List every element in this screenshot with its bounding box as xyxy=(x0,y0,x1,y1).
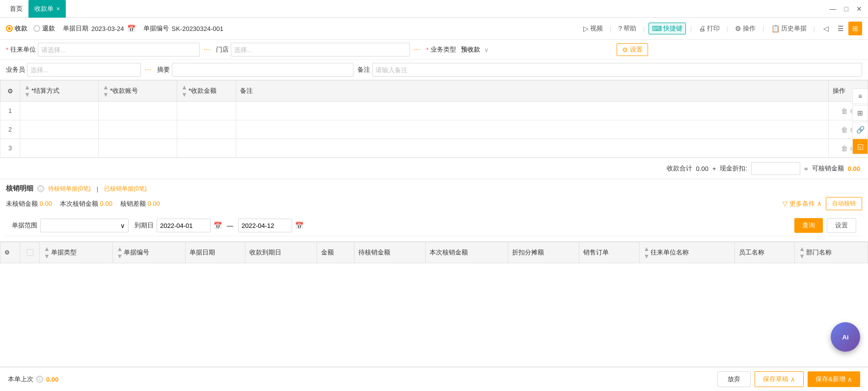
row-1-delete-icon[interactable]: 🗑 xyxy=(841,107,848,115)
settings-btn[interactable]: ⚙ 设置 xyxy=(617,43,648,56)
diff-stat: 核销差额 0.00 xyxy=(120,199,160,208)
row-1-account[interactable] xyxy=(99,102,177,120)
remarks-field: 备注 xyxy=(357,63,862,77)
right-panel-btn-2[interactable]: ⊞ xyxy=(852,105,868,121)
row-3-remark[interactable] xyxy=(236,139,829,158)
shortcut-btn[interactable]: ⌨ 快捷键 xyxy=(649,23,686,34)
row-2-amount[interactable] xyxy=(177,120,236,139)
col-account: ▲▼ *收款账号 xyxy=(99,81,177,102)
row-1-amount[interactable] xyxy=(177,102,236,120)
right-panel-btn-1[interactable]: ≡ xyxy=(852,88,868,104)
radio-receive-dot xyxy=(6,25,13,32)
col-settlement: ▲▼ *结算方式 xyxy=(20,81,99,102)
row-2-delete-icon[interactable]: 🗑 xyxy=(841,126,848,134)
range-select[interactable]: ∨ xyxy=(40,219,129,232)
col-department: ▲▼ 部门名称 xyxy=(795,242,868,263)
col-counterpart-name: ▲▼ 往来单位名称 xyxy=(639,242,735,263)
row-num-3: 3 xyxy=(0,139,20,158)
business-type-arrow[interactable]: ∨ xyxy=(482,46,491,54)
footer-info-icon[interactable]: ⓘ xyxy=(36,376,43,383)
right-panel-btn-4[interactable]: ◱ xyxy=(852,139,868,154)
col-gear-bottom[interactable]: ⚙ xyxy=(0,242,20,263)
more-conditions-btn[interactable]: ▽ 更多条件 ∧ xyxy=(783,197,822,210)
bottom-table: ⚙ ▲▼ 单据类型 ▲▼ xyxy=(0,242,868,263)
verify-title: 核销明细 ⓘ 待核销单据(0笔) | 已核销单据(0笔) xyxy=(6,184,862,193)
payment-table-section: ⚙ ▲▼ *结算方式 ▲▼ *收款账号 xyxy=(0,80,868,179)
remarks-input[interactable] xyxy=(372,63,862,77)
row-3-settlement[interactable] xyxy=(20,139,99,158)
filter-actions: 查询 设置 xyxy=(794,218,856,233)
pending-tab[interactable]: 待核销单据(0笔) xyxy=(48,185,91,193)
salesperson-field: 业务员 ··· xyxy=(6,63,153,77)
filter-settings-btn[interactable]: 设置 xyxy=(827,218,856,233)
date-from-calendar[interactable]: 📅 xyxy=(214,222,222,229)
verify-info-icon[interactable]: ⓘ xyxy=(37,185,44,192)
layout-btn-1[interactable]: ◁ xyxy=(819,22,833,35)
help-btn[interactable]: ? 帮助 xyxy=(615,23,639,34)
col-discount: 折扣分摊额 xyxy=(508,242,579,263)
form-header: 收款 退款 单据日期 2023-03-24 📅 单据编号 SK-20230324… xyxy=(0,18,868,40)
draft-btn[interactable]: 保存草稿 ∧ xyxy=(755,371,804,387)
summary-input[interactable] xyxy=(172,63,353,77)
row-2-settlement[interactable] xyxy=(20,120,99,139)
payment-table: ⚙ ▲▼ *结算方式 ▲▼ *收款账号 xyxy=(0,80,868,158)
radio-refund[interactable]: 退款 xyxy=(33,24,55,33)
active-tab[interactable]: 收款单 × xyxy=(28,0,66,18)
store-more-btn[interactable]: ··· xyxy=(412,45,422,54)
auto-verify-btn[interactable]: 自动核销 xyxy=(826,197,862,210)
row-3-amount[interactable] xyxy=(177,139,236,158)
right-panel-btn-3[interactable]: 🔗 xyxy=(852,122,868,138)
done-tab[interactable]: 已核销单据(0笔) xyxy=(104,185,147,193)
col-amount: 金额 xyxy=(317,242,354,263)
date-calendar-icon[interactable]: 📅 xyxy=(127,25,136,32)
salesperson-input[interactable] xyxy=(27,63,141,77)
row-1-remark[interactable] xyxy=(236,102,829,120)
business-type-field: * 业务类型 预收款 ∨ xyxy=(426,45,613,54)
row-1-settlement[interactable] xyxy=(20,102,99,120)
unverified-stat: 未核销金额 0.00 xyxy=(6,199,52,208)
table-row: 3 🗑 ⊕ xyxy=(0,139,868,158)
radio-receive[interactable]: 收款 xyxy=(6,24,27,33)
counterpart-more-btn[interactable]: ··· xyxy=(202,45,212,54)
row-2-account[interactable] xyxy=(99,120,177,139)
date-to-calendar[interactable]: 📅 xyxy=(295,222,303,229)
window-close-btn[interactable]: ✕ xyxy=(854,5,864,13)
query-btn[interactable]: 查询 xyxy=(794,218,823,233)
col-remark: 备注 xyxy=(236,81,829,102)
window-controls: — □ ✕ xyxy=(828,5,864,13)
layout-toggle: ◁ ☰ ⊞ xyxy=(819,22,862,35)
col-gear[interactable]: ⚙ xyxy=(0,81,20,102)
save-new-btn[interactable]: 保存&新增 ∧ xyxy=(808,371,860,387)
discount-input[interactable] xyxy=(751,162,800,175)
layout-btn-3[interactable]: ⊞ xyxy=(848,22,862,35)
row-3-delete-icon[interactable]: 🗑 xyxy=(841,144,848,152)
range-select-arrow: ∨ xyxy=(120,222,125,229)
select-all-checkbox[interactable] xyxy=(27,249,33,256)
window-min-btn[interactable]: — xyxy=(828,5,839,13)
window-max-btn[interactable]: □ xyxy=(842,5,850,13)
verify-actions: ▽ 更多条件 ∧ 自动核销 xyxy=(783,197,862,210)
store-input[interactable] xyxy=(231,43,410,56)
table-row: 1 🗑 ⊕ xyxy=(0,102,868,120)
col-pending-amount: 待核销金额 xyxy=(354,242,425,263)
col-due-date: 收款到期日 xyxy=(245,242,317,263)
history-btn[interactable]: 📋 历史单据 xyxy=(768,23,810,34)
close-tab-btn[interactable]: × xyxy=(56,5,60,12)
counterpart-input[interactable] xyxy=(38,43,200,56)
print-btn[interactable]: 🖨 打印 xyxy=(696,23,723,34)
row-3-account[interactable] xyxy=(99,139,177,158)
discard-btn[interactable]: 放弃 xyxy=(717,371,751,387)
date-to-input[interactable] xyxy=(238,219,292,232)
layout-btn-2[interactable]: ☰ xyxy=(834,22,847,35)
salesperson-more-btn[interactable]: ··· xyxy=(143,65,153,74)
col-voucher-date: 单据日期 xyxy=(186,242,245,263)
video-btn[interactable]: ▷ 视频 xyxy=(580,23,606,34)
operation-btn[interactable]: ⚙ 操作 xyxy=(732,23,759,34)
home-tab[interactable]: 首页 xyxy=(4,0,28,18)
col-employee: 员工名称 xyxy=(735,242,795,263)
date-from-input[interactable] xyxy=(157,219,211,232)
col-voucher-type: ▲▼ 单据类型 xyxy=(40,242,113,263)
row-2-remark[interactable] xyxy=(236,120,829,139)
ai-bubble[interactable]: Ai xyxy=(831,322,860,352)
main-content: 收款 退款 单据日期 2023-03-24 📅 单据编号 SK-20230324… xyxy=(0,18,868,391)
